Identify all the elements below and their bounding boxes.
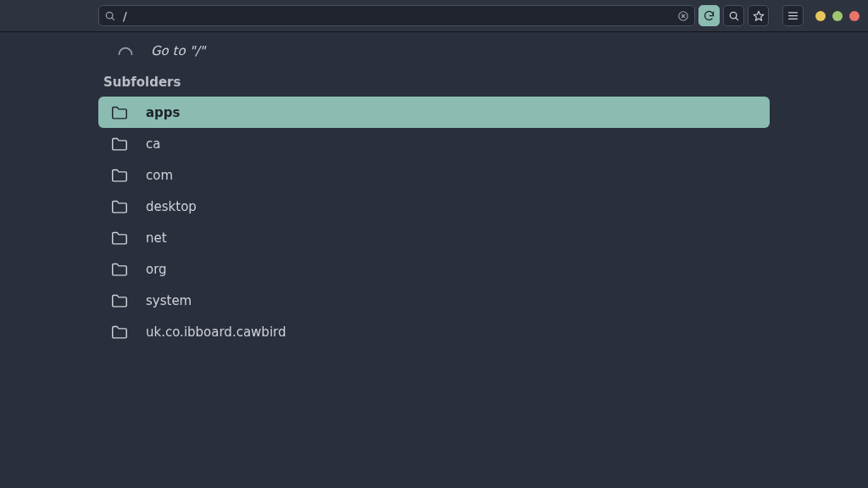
- location-search[interactable]: [98, 5, 695, 26]
- refresh-button[interactable]: [698, 5, 720, 26]
- folder-row[interactable]: org: [98, 253, 770, 285]
- folder-row[interactable]: net: [98, 222, 770, 253]
- toolbar-actions: [698, 5, 769, 26]
- folder-name: system: [146, 293, 192, 308]
- folder-icon: [110, 103, 129, 122]
- clear-icon[interactable]: [677, 10, 689, 22]
- folder-icon: [110, 135, 129, 153]
- search-button[interactable]: [723, 5, 744, 26]
- svg-line-1: [112, 17, 114, 19]
- folder-row[interactable]: desktop: [98, 191, 770, 222]
- folder-icon: [110, 166, 129, 185]
- minimize-dot[interactable]: [815, 11, 826, 21]
- svg-line-6: [735, 17, 737, 19]
- folder-row[interactable]: com: [98, 159, 770, 191]
- hamburger-menu-button[interactable]: [782, 5, 804, 26]
- goto-row[interactable]: Go to "/": [98, 32, 868, 63]
- goto-label: Go to "/": [151, 43, 205, 58]
- close-dot[interactable]: [849, 11, 860, 21]
- folder-icon: [110, 291, 129, 310]
- folder-name: desktop: [146, 199, 197, 214]
- goto-arc-icon: [117, 45, 134, 57]
- toolbar: [0, 0, 868, 32]
- folder-name: net: [146, 230, 167, 246]
- search-icon: [104, 10, 116, 22]
- maximize-dot[interactable]: [832, 11, 843, 21]
- folder-name: com: [146, 168, 173, 183]
- folder-name: org: [146, 262, 167, 277]
- folder-row[interactable]: apps: [98, 97, 770, 128]
- subfolders-heading: Subfolders: [98, 63, 868, 97]
- bookmark-button[interactable]: [748, 5, 769, 26]
- window-controls: [815, 11, 860, 21]
- results-panel: Go to "/" Subfolders appscacomdesktopnet…: [0, 32, 868, 347]
- folder-icon: [110, 229, 129, 247]
- folder-icon: [110, 260, 129, 279]
- folder-name: uk.co.ibboard.cawbird: [146, 324, 286, 340]
- folder-row[interactable]: uk.co.ibboard.cawbird: [98, 316, 770, 347]
- subfolders-list: appscacomdesktopnetorgsystemuk.co.ibboar…: [98, 97, 868, 347]
- svg-marker-7: [754, 11, 764, 20]
- folder-name: ca: [146, 136, 160, 152]
- folder-name: apps: [146, 105, 181, 120]
- folder-row[interactable]: system: [98, 285, 770, 316]
- folder-icon: [110, 197, 129, 216]
- folder-row[interactable]: ca: [98, 128, 770, 159]
- location-input[interactable]: [123, 9, 670, 23]
- folder-icon: [110, 323, 129, 341]
